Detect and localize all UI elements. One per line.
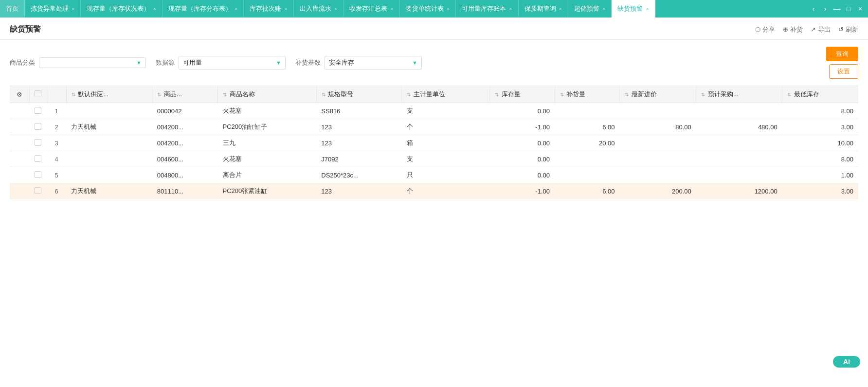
estimated-purchase-sort-icon: ⇅ — [701, 92, 705, 97]
datasource-select[interactable]: 可用量 ▼ — [179, 56, 286, 70]
share-icon: ⬡ — [755, 26, 760, 33]
tab-demand-stats-close[interactable]: × — [447, 6, 450, 12]
replenish-base-filter-group: 补货基数 安全库存 ▼ — [295, 56, 422, 70]
row-unit: 只 — [402, 167, 490, 183]
refresh-button[interactable]: ↺ 刷新 — [838, 25, 858, 34]
row-settings-cell — [10, 119, 29, 135]
row-checkbox[interactable] — [35, 107, 41, 114]
row-latest-price — [620, 103, 696, 119]
row-stock: -1.00 — [489, 119, 555, 135]
row-stock: -1.00 — [489, 183, 555, 199]
row-estimated-purchase — [696, 167, 782, 183]
row-supplier — [66, 167, 152, 183]
th-latest-price-label: 最新进价 — [632, 90, 657, 98]
tab-exception-label: 拣货异常处理 — [31, 4, 69, 13]
tab-expiry-query[interactable]: 保质期查询 × — [519, 0, 568, 18]
data-table: ⚙ ⇅ 默认供应... ⇅ 商品... ⇅ — [10, 86, 858, 199]
tab-home[interactable]: 首页 — [0, 0, 25, 18]
tab-exception[interactable]: 拣货异常处理 × — [25, 0, 81, 18]
page-header: 缺货预警 ⬡ 分享 ⊕ 补货 ↗ 导出 ↺ 刷新 — [0, 18, 868, 40]
export-button[interactable]: ↗ 导出 — [811, 25, 831, 34]
row-checkbox[interactable] — [35, 123, 41, 130]
tab-shortage-close[interactable]: × — [646, 6, 649, 12]
tab-inventory-dist[interactable]: 现存量（库存分布表） × — [163, 0, 244, 18]
replenish-base-select[interactable]: 安全库存 ▼ — [325, 56, 422, 70]
category-select[interactable]: ▼ — [39, 57, 146, 68]
tab-available-ledger[interactable]: 可用量库存账本 × — [456, 0, 518, 18]
row-min-stock: 3.00 — [782, 119, 858, 135]
tab-shortage[interactable]: 缺货预警 × — [612, 0, 655, 18]
replenish-button[interactable]: ⊕ 补货 — [783, 25, 803, 34]
tab-demand-stats[interactable]: 要货单统计表 × — [400, 0, 456, 18]
row-spec: 123 — [316, 135, 401, 151]
th-min-stock[interactable]: ⇅ 最低库存 — [782, 86, 858, 103]
row-product-code: 801110... — [152, 183, 218, 199]
row-num: 5 — [47, 167, 66, 183]
tab-batch-account-label: 库存批次账 — [250, 4, 281, 13]
tab-minimize-button[interactable]: — — [831, 3, 843, 15]
tab-overstock[interactable]: 超储预警 × — [568, 0, 612, 18]
row-stock: 0.00 — [489, 167, 555, 183]
tab-expiry-query-close[interactable]: × — [559, 6, 562, 12]
th-spec[interactable]: ⇅ 规格型号 — [316, 86, 401, 103]
th-product-code[interactable]: ⇅ 商品... — [152, 86, 218, 103]
th-check — [29, 86, 47, 103]
unit-sort-icon: ⇅ — [407, 92, 411, 97]
row-estimated-purchase: 1200.00 — [696, 183, 782, 199]
th-supplier[interactable]: ⇅ 默认供应... — [66, 86, 152, 103]
tab-in-out-flow-close[interactable]: × — [334, 6, 337, 12]
th-estimated-purchase[interactable]: ⇅ 预计采购... — [696, 86, 782, 103]
tab-demand-stats-label: 要货单统计表 — [406, 4, 444, 13]
tab-inventory-status-close[interactable]: × — [153, 6, 156, 12]
row-num: 2 — [47, 119, 66, 135]
tab-next-button[interactable]: › — [819, 3, 831, 15]
row-num: 1 — [47, 103, 66, 119]
th-unit[interactable]: ⇅ 主计量单位 — [402, 86, 490, 103]
th-product-name[interactable]: ⇅ 商品名称 — [218, 86, 317, 103]
tab-batch-account[interactable]: 库存批次账 × — [244, 0, 293, 18]
row-estimated-purchase — [696, 103, 782, 119]
row-checkbox[interactable] — [35, 155, 41, 162]
supplier-sort-icon: ⇅ — [72, 92, 75, 97]
th-settings[interactable]: ⚙ — [10, 86, 29, 103]
th-stock[interactable]: ⇅ 库存量 — [489, 86, 555, 103]
row-unit: 个 — [402, 119, 490, 135]
query-button[interactable]: 查询 — [826, 47, 858, 61]
tab-collect-summary[interactable]: 收发存汇总表 × — [344, 0, 399, 18]
tab-available-ledger-label: 可用量库存账本 — [462, 4, 506, 13]
tab-close-window-button[interactable]: × — [854, 3, 866, 15]
th-stock-label: 库存量 — [502, 90, 521, 98]
row-settings-cell — [10, 151, 29, 167]
row-checkbox[interactable] — [35, 187, 41, 194]
table-row: 3004200...三九123箱0.0020.0010.00 — [10, 135, 858, 151]
tab-batch-account-close[interactable]: × — [284, 6, 287, 12]
row-spec: 123 — [316, 119, 401, 135]
row-unit: 支 — [402, 103, 490, 119]
tab-inventory-dist-close[interactable]: × — [235, 6, 237, 12]
select-all-checkbox[interactable] — [35, 90, 41, 97]
ai-badge[interactable]: Ai — [833, 356, 860, 368]
row-checkbox[interactable] — [35, 171, 41, 178]
settings-button[interactable]: 设置 — [829, 64, 858, 79]
tab-inventory-status[interactable]: 现存量（库存状况表） × — [81, 0, 162, 18]
row-settings-cell — [10, 103, 29, 119]
tab-overstock-close[interactable]: × — [602, 6, 605, 12]
tab-exception-close[interactable]: × — [72, 6, 74, 12]
table-body: 10000042火花塞SS816支0.008.002力天机械004200...P… — [10, 103, 858, 199]
row-spec: 123 — [316, 183, 401, 199]
tab-prev-button[interactable]: ‹ — [808, 3, 819, 15]
tab-maximize-button[interactable]: □ — [843, 3, 854, 15]
export-icon: ↗ — [811, 26, 816, 33]
row-supplier: 力天机械 — [66, 119, 152, 135]
tab-available-ledger-close[interactable]: × — [509, 6, 512, 12]
replenish-label: 补货 — [790, 25, 803, 34]
th-unit-label: 主计量单位 — [414, 90, 445, 98]
page-title: 缺货预警 — [10, 24, 41, 35]
tab-in-out-flow[interactable]: 出入库流水 × — [294, 0, 344, 18]
share-button[interactable]: ⬡ 分享 — [755, 25, 775, 34]
row-checkbox[interactable] — [35, 139, 41, 146]
tab-inventory-dist-label: 现存量（库存分布表） — [168, 4, 232, 13]
tab-collect-summary-close[interactable]: × — [390, 6, 393, 12]
th-latest-price[interactable]: ⇅ 最新进价 — [620, 86, 696, 103]
th-replenish[interactable]: ⇅ 补货量 — [555, 86, 620, 103]
